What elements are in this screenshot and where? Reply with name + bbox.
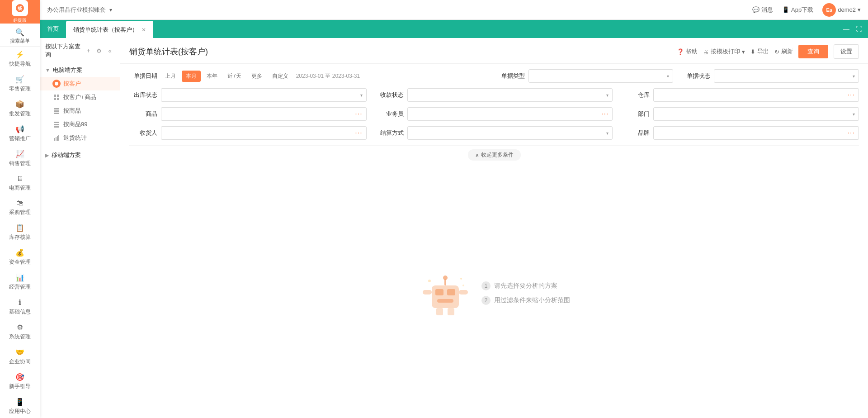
date-btn-7days[interactable]: 近7天 [223,71,245,82]
by-customer-product-label: 按客户+商品 [63,93,96,101]
svg-point-24 [443,276,448,280]
tree-section-desktop: ▼ 电脑端方案 按客户 按客户+商品 [40,62,120,147]
account-dropdown[interactable]: ▾ [109,7,112,13]
date-btn-this-year[interactable]: 本年 [203,71,222,82]
sales-icon: 📈 [15,150,24,158]
bill-type-label: 单据类型 [497,72,528,80]
receiver-dots: ··· [355,129,362,137]
sidebar-item-ecommerce[interactable]: 🖥 电商管理 [0,171,40,195]
user-menu[interactable]: Ea demo2 ▾ [822,3,861,17]
print-btn[interactable]: 🖨 按模板打印 ▾ [703,48,745,56]
tab-sales-stat[interactable]: 销货单统计表（按客户） ✕ [66,21,153,39]
sidebar-item-sales[interactable]: 📈 销售管理 [0,146,40,171]
sidebar-item-basic[interactable]: ℹ 基础信息 [0,294,40,319]
add-scheme-btn[interactable]: ＋ [84,46,93,55]
tree-item-by-customer-product[interactable]: 按客户+商品 [40,90,120,104]
department-select[interactable]: ▾ [653,107,859,121]
ecommerce-icon: 🖥 [16,175,24,183]
date-btn-more[interactable]: 更多 [247,71,266,82]
export-icon: ⬇ [750,48,755,55]
sidebar-item-inventory[interactable]: 📋 库存核算 [0,220,40,245]
tab-expand-btn[interactable]: ⛶ [854,24,864,34]
sidebar-item-retail[interactable]: 🛒 零售管理 [0,71,40,96]
receive-status-select[interactable]: ▾ [407,88,613,102]
left-panel-actions: ＋ ⚙ « [84,46,114,55]
by-customer-product-icon [52,93,61,101]
product-label: 商品 [129,110,161,118]
query-btn[interactable]: 查询 [798,45,828,58]
sidebar-item-quick-nav[interactable]: ⚡ 快捷导航 [0,47,40,71]
page-header: 销货单统计表(按客户) ❓ 帮助 🖨 按模板打印 ▾ ⬇ 导出 [120,38,868,64]
svg-rect-4 [57,95,59,97]
tree-item-by-product-99[interactable]: 按商品99 [40,118,120,131]
sidebar-item-search-menu[interactable]: 🔍 搜索菜单 [0,24,40,47]
sidebar-item-marketing[interactable]: 📢 营销推广 [0,121,40,146]
left-panel-title: 按以下方案查询 [45,43,84,59]
receiver-select[interactable]: ··· [161,126,367,140]
sidebar: 畅 标提版 🔍 搜索菜单 ⚡ 快捷导航 🛒 零售管理 📦 批发管理 📢 营销推广… [0,0,40,418]
tab-minimize-btn[interactable]: — [841,24,852,34]
bill-type-select[interactable]: ▾ [528,69,674,83]
date-btn-this-month[interactable]: 本月 [182,71,201,82]
empty-state: 1 请先选择要分析的方案 2 用过滤条件来缩小分析范围 [120,168,868,418]
main-area: 办公用品行业模拟账套 ▾ 💬 消息 📱 App下载 Ea demo2 ▾ 首页 … [40,0,868,418]
logo-icon: 畅 [12,0,28,16]
export-btn[interactable]: ⬇ 导出 [750,48,769,56]
salesperson-dots: ··· [601,110,609,118]
sidebar-item-wholesale[interactable]: 📦 批发管理 [0,96,40,121]
salesperson-select[interactable]: ··· [407,107,613,121]
collapse-panel-btn[interactable]: « [105,46,114,55]
home-tab-label: 首页 [47,25,59,33]
content-area: 按以下方案查询 ＋ ⚙ « ▼ 电脑端方案 按客户 [40,38,868,418]
avatar: Ea [822,3,836,17]
tree-item-return-stat[interactable]: 退货统计 [40,131,120,145]
sidebar-item-enterprise[interactable]: 🤝 企业协同 [0,344,40,369]
finance-icon: 💰 [15,248,24,257]
tree-parent-mobile[interactable]: ▶ 移动端方案 [40,148,120,162]
settlement-arrow-icon: ▾ [606,131,609,136]
sidebar-item-purchase[interactable]: 🛍 采购管理 [0,195,40,220]
product-select[interactable]: ··· [161,107,367,121]
warehouse-select[interactable]: ··· [653,88,859,102]
app-download-btn[interactable]: 📱 App下载 [782,6,813,14]
edit-scheme-btn[interactable]: ⚙ [94,46,104,55]
hint-num-1: 1 [481,281,491,290]
sidebar-item-system[interactable]: ⚙ 系统管理 [0,319,40,344]
app-logo[interactable]: 畅 标提版 [0,0,40,24]
help-icon: ❓ [677,48,684,55]
tree-parent-desktop[interactable]: ▼ 电脑端方案 [40,63,120,77]
brand-select[interactable]: ··· [653,126,859,140]
date-btn-last-month[interactable]: 上月 [161,71,180,82]
sidebar-item-finance[interactable]: 💰 资金管理 [0,245,40,270]
settings-btn[interactable]: 设置 [834,44,859,59]
svg-rect-16 [58,135,59,141]
sidebar-item-operations[interactable]: 📊 经营管理 [0,270,40,294]
tree-item-by-customer[interactable]: 按客户 [40,77,120,90]
settlement-select[interactable]: ▾ [407,126,613,140]
svg-rect-14 [56,137,57,141]
salesperson-label: 业务员 [376,110,407,118]
svg-rect-6 [57,98,59,100]
svg-rect-13 [54,138,55,141]
svg-text:畅: 畅 [18,6,22,11]
sidebar-item-app-center[interactable]: 📱 应用中心 [0,394,40,418]
refresh-btn[interactable]: ↻ 刷新 [774,48,793,56]
svg-rect-12 [54,126,59,128]
collapse-btn[interactable]: ∧ 收起更多条件 [468,149,521,161]
basic-icon: ℹ [19,298,21,307]
svg-rect-26 [448,308,454,315]
sidebar-item-guide[interactable]: 🎯 新手引导 [0,369,40,394]
operations-icon: 📊 [15,273,24,282]
tree-item-by-product[interactable]: 按商品 [40,104,120,118]
tab-home[interactable]: 首页 [40,20,66,38]
date-btn-custom[interactable]: 自定义 [268,71,292,82]
help-btn[interactable]: ❓ 帮助 [677,48,698,56]
left-panel: 按以下方案查询 ＋ ⚙ « ▼ 电脑端方案 按客户 [40,38,120,418]
tab-close-btn[interactable]: ✕ [142,27,146,33]
out-status-select[interactable]: ▾ [161,88,367,102]
empty-illustration [418,265,472,321]
bill-status-select[interactable]: ▾ [714,69,859,83]
messages-btn[interactable]: 💬 消息 [752,6,773,14]
hint-num-2: 2 [481,296,491,305]
bill-status-label: 单据状态 [682,72,714,80]
